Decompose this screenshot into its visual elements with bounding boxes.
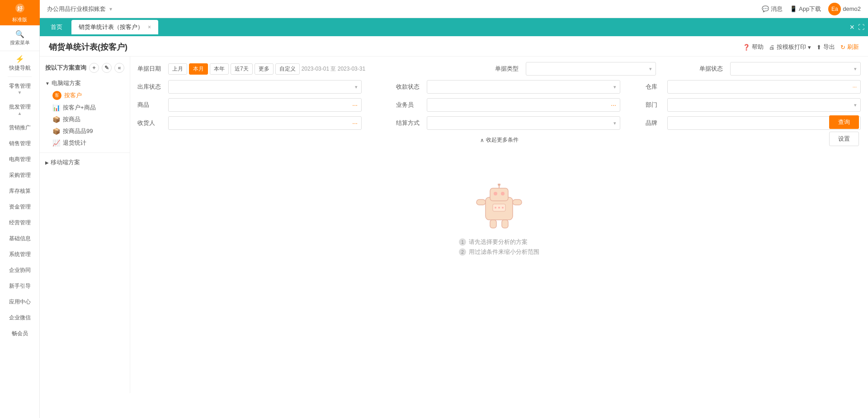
collapse-label: 收起更多条件: [486, 136, 519, 144]
add-scheme-btn[interactable]: +: [89, 63, 99, 73]
bill-status-select[interactable]: ▾: [730, 62, 861, 76]
empty-tip-2: 2 用过滤条件来缩小分析范围: [459, 248, 539, 256]
app-download-btn[interactable]: 📱 App下载: [790, 5, 821, 13]
scheme-customer-goods[interactable]: 📊 按客户+商品: [40, 102, 130, 114]
sidebar-item-purchase[interactable]: 采购管理: [0, 167, 39, 183]
topbar-dropdown-icon[interactable]: ▾: [109, 6, 112, 12]
avatar: Ea: [828, 3, 841, 15]
left-panel-title: 按以下方案查询: [45, 64, 86, 72]
sidebar-item-sales[interactable]: 销售管理: [0, 135, 39, 151]
svg-point-15: [502, 207, 504, 209]
sidebar-item-operations[interactable]: 经营管理: [0, 214, 39, 230]
download-icon: 📱: [790, 5, 797, 12]
out-status-arrow-icon: ▾: [355, 84, 358, 90]
date-btn-this-month[interactable]: 本月: [189, 63, 208, 75]
tip-num-2: 2: [459, 248, 466, 256]
scheme-by-goods[interactable]: 📦 按商品: [40, 114, 130, 125]
scheme-by-customer[interactable]: 客 按客户: [40, 89, 130, 102]
sidebar-item-quick-nav[interactable]: ⚡ 快捷导航: [0, 51, 39, 76]
salesperson-label: 业务员: [396, 101, 423, 109]
message-btn[interactable]: 💬 消息: [762, 5, 783, 13]
scheme-return-stats-label: 退货统计: [63, 139, 86, 147]
filter-row-3: 商品 ··· 业务员 ··· 部门 ▾: [137, 98, 861, 112]
query-btn[interactable]: 查询: [829, 115, 859, 129]
date-btn-more[interactable]: 更多: [255, 63, 274, 75]
salesperson-dots: ···: [611, 101, 616, 109]
sidebar-item-appcenter[interactable]: 应用中心: [0, 294, 39, 309]
sidebar-item-basic-info[interactable]: 基础信息: [0, 230, 39, 246]
sidebar-item-newbie[interactable]: 新手引导: [0, 278, 39, 294]
scheme-by-customer-label: 按客户: [64, 91, 82, 100]
warehouse-select[interactable]: ···: [667, 80, 861, 94]
date-btn-last-7[interactable]: 近7天: [231, 63, 253, 75]
out-status-label: 出库状态: [137, 83, 165, 91]
goods-select[interactable]: ···: [168, 98, 362, 112]
desktop-schemes-parent[interactable]: ▼ 电脑端方案: [40, 77, 130, 89]
bill-status-label: 单据状态: [699, 65, 726, 73]
payment-select[interactable]: ▾: [427, 116, 620, 130]
tab-close-icon[interactable]: ×: [148, 24, 151, 30]
left-panel-actions: + ✎ «: [89, 63, 124, 73]
tab-sales-summary[interactable]: 销货单统计表（按客户） ×: [71, 20, 158, 34]
scheme-by-goods-99[interactable]: 📦 按商品品99: [40, 125, 130, 137]
collect-status-label: 收款状态: [396, 83, 423, 91]
left-panel: 按以下方案查询 + ✎ « ▼ 电脑端方案 客 按客户: [40, 57, 130, 393]
date-btn-this-year[interactable]: 本年: [210, 63, 229, 75]
edit-scheme-btn[interactable]: ✎: [102, 63, 112, 73]
query-buttons: 查询 设置: [829, 115, 859, 146]
desktop-schemes-section: ▼ 电脑端方案 客 按客户 📊 按客户+商品 📦 按商品: [40, 76, 130, 151]
sidebar-item-enterprise[interactable]: 企业协同: [0, 262, 39, 278]
customer-icon: 客: [52, 91, 61, 100]
scheme-return-stats[interactable]: 📈 退货统计: [40, 137, 130, 149]
collapse-panel-btn[interactable]: «: [114, 63, 124, 73]
close-window-icon[interactable]: ×: [849, 23, 854, 32]
tab-home[interactable]: 首页: [43, 20, 70, 34]
scheme-by-goods-99-label: 按商品品99: [63, 127, 93, 135]
salesperson-select[interactable]: ···: [427, 98, 620, 112]
left-panel-header: 按以下方案查询 + ✎ «: [40, 60, 130, 76]
username: demo2: [843, 5, 861, 12]
goods-icon: 📦: [52, 116, 60, 123]
mobile-schemes-parent[interactable]: ▶ 移动端方案: [40, 157, 130, 168]
sidebar-item-wholesale[interactable]: 批发管理 ▲: [0, 99, 39, 119]
tab-window-controls: × ⛶: [849, 23, 864, 32]
svg-point-7: [498, 184, 500, 186]
topbar-left: 办公用品行业模拟账套 ▾: [47, 5, 112, 13]
maximize-window-icon[interactable]: ⛶: [858, 24, 864, 31]
refresh-icon: ↻: [840, 44, 845, 51]
date-btn-last-month[interactable]: 上月: [168, 63, 187, 75]
sidebar-item-wechat[interactable]: 企业微信: [0, 309, 39, 325]
user-profile[interactable]: Ea demo2: [828, 3, 861, 15]
collapse-icon: ∧: [480, 137, 484, 143]
empty-tip-1: 1 请先选择要分析的方案: [459, 238, 539, 246]
sidebar-item-inventory[interactable]: 库存核算: [0, 183, 39, 199]
sidebar-item-finance[interactable]: 资金管理: [0, 199, 39, 214]
sidebar-item-marketing[interactable]: 营销推广: [0, 119, 39, 135]
main-area: 办公用品行业模拟账套 ▾ 💬 消息 📱 App下载 Ea demo2 首页 销货…: [40, 0, 868, 418]
help-btn[interactable]: ❓ 帮助: [743, 43, 764, 51]
tip-num-1: 1: [459, 238, 466, 246]
settings-btn[interactable]: 设置: [829, 132, 859, 146]
tip-text-1: 请先选择要分析的方案: [469, 238, 528, 246]
sidebar-item-system[interactable]: 系统管理: [0, 246, 39, 262]
receiver-select[interactable]: ···: [168, 116, 362, 130]
search-menu[interactable]: 🔍 搜索菜单: [0, 25, 39, 51]
collect-status-select[interactable]: ▾: [427, 80, 620, 94]
export-btn[interactable]: ⬆ 导出: [816, 43, 835, 51]
date-btn-custom[interactable]: 自定义: [275, 63, 300, 75]
out-status-select[interactable]: ▾: [168, 80, 362, 94]
sidebar-item-retail[interactable]: 零售管理 ▼: [0, 78, 39, 99]
bill-type-select[interactable]: ▾: [526, 62, 656, 76]
sidebar-item-ecommerce[interactable]: 电商管理: [0, 151, 39, 167]
department-select[interactable]: ▾: [667, 98, 861, 112]
svg-rect-3: [490, 188, 508, 201]
print-btn[interactable]: 🖨 按模板打印 ▾: [769, 43, 811, 51]
topbar-app-title: 办公用品行业模拟账套: [47, 5, 106, 13]
goods-99-icon: 📦: [52, 128, 60, 135]
sidebar-item-member[interactable]: 畅会员: [0, 325, 39, 341]
collapse-btn[interactable]: ∧ 收起更多条件: [475, 134, 524, 146]
svg-rect-10: [490, 220, 496, 228]
collect-status-arrow-icon: ▾: [613, 84, 616, 90]
tab-home-label: 首页: [51, 23, 62, 31]
refresh-btn[interactable]: ↻ 刷新: [840, 43, 859, 51]
